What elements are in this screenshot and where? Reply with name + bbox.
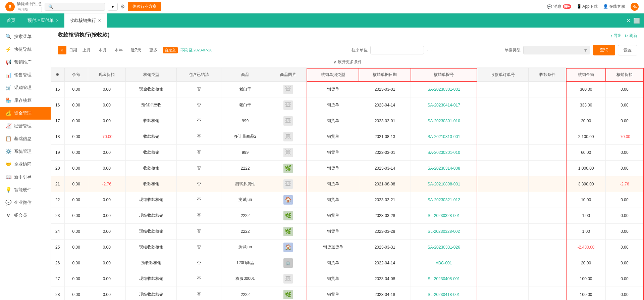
row-goods: 2222	[221, 160, 269, 176]
brand: 6 畅捷通·好生意 标准版	[5, 1, 42, 12]
close-icon-active[interactable]: ✕	[98, 18, 101, 23]
sidebar-item-system[interactable]: ⚙️ 系统管理	[0, 145, 51, 158]
export-button[interactable]: ↑ 导出	[610, 33, 622, 39]
this-month-btn[interactable]: 本月	[96, 46, 109, 54]
sidebar-item-purchase[interactable]: 🛒 采购管理	[0, 81, 51, 94]
refresh-button[interactable]: ↻ 刷新	[625, 33, 637, 39]
row-goods-image: 🌿	[269, 208, 307, 223]
sidebar-item-guide[interactable]: 📖 新手引导	[0, 171, 51, 183]
row-receipt-condition	[529, 208, 567, 223]
data-table-container: ⚙ 余额 现金折扣 核销类型 包含已结清 商品 商品图片 核销单据类型 核销单据…	[51, 68, 644, 300]
row-cancel-doc-no[interactable]: SA-20230321-012	[411, 192, 477, 208]
table-row: 18 0.00 -70.00 收款核销 否 多计量商品2 🖼 销货单 2021-…	[51, 129, 644, 144]
row-receipt-order	[477, 97, 529, 113]
row-cancel-doc-no[interactable]: SA-20210808-001	[411, 176, 477, 192]
expand-filter-button[interactable]: »	[58, 46, 66, 54]
row-receipt-order	[477, 192, 529, 208]
sidebar-item-enterprise[interactable]: 🤝 企业协同	[0, 158, 51, 171]
row-receipt-condition	[529, 160, 567, 176]
row-cancel-type: 收款核销	[125, 176, 177, 192]
row-goods: 测试jun	[221, 239, 269, 255]
expand-more-btn[interactable]: ∨ 展开更多条件	[58, 57, 637, 67]
online-service[interactable]: 👤 在线客服	[603, 4, 625, 9]
sidebar-item-quicknav[interactable]: ⚡ 快捷导航	[0, 43, 51, 56]
row-receipt-order	[477, 113, 529, 129]
this-year-btn[interactable]: 本年	[112, 46, 125, 54]
solution-button[interactable]: 体验行业方案	[128, 2, 161, 11]
sidebar-item-finance[interactable]: 💰 资金管理	[0, 107, 51, 120]
row-cancel-doc-date: 2023-04-08	[359, 271, 411, 287]
operations-icon: 📈	[5, 123, 11, 129]
row-no: 18	[51, 129, 64, 144]
row-cancel-doc-no[interactable]: SL-20230328-001	[411, 208, 477, 223]
sidebar-item-inventory[interactable]: 🏪 库存核算	[0, 94, 51, 107]
brand-name: 畅捷通·好生意	[17, 1, 42, 7]
row-receipt-condition	[529, 271, 567, 287]
hardware-icon: 💡	[5, 187, 11, 193]
row-no: 23	[51, 208, 64, 223]
last-7days-btn[interactable]: 近7天	[128, 46, 144, 54]
avatar[interactable]: Rit	[631, 3, 639, 11]
row-cash-discount: 0.00	[88, 208, 125, 223]
row-cancel-amount: 3,390.00	[566, 176, 605, 192]
row-cancel-doc-no[interactable]: SA-20230414-017	[411, 97, 477, 113]
row-no: 15	[51, 81, 64, 97]
dropdown-button[interactable]: ▼	[108, 3, 118, 11]
row-include-settled: 否	[177, 208, 221, 223]
more-date-btn[interactable]: 更多	[147, 46, 160, 54]
sidebar-item-operations[interactable]: 📈 经营管理	[0, 120, 51, 132]
row-no: 19	[51, 144, 64, 160]
row-receipt-condition	[529, 144, 567, 160]
row-cash-discount: 0.00	[88, 113, 125, 129]
nav-home[interactable]: 首页	[0, 13, 22, 28]
member-icon: V	[5, 212, 11, 218]
row-cancel-doc-no[interactable]: SA-20210813-001	[411, 129, 477, 144]
row-cancel-doc-no[interactable]: SA-20230314-008	[411, 160, 477, 176]
row-no: 21	[51, 176, 64, 192]
counterpart-input[interactable]	[370, 46, 424, 54]
row-receipt-condition	[529, 97, 567, 113]
tab-prepayment[interactable]: 预付冲应付单 ✕	[22, 13, 64, 28]
col-gear[interactable]: ⚙	[51, 68, 64, 81]
settings-button[interactable]: 设置	[618, 45, 637, 55]
tab-receipt-cancel[interactable]: 收款核销执行 ✕	[64, 13, 107, 28]
export-icon: ↑	[610, 34, 612, 38]
row-include-settled: 否	[177, 144, 221, 160]
row-balance: 0.00	[64, 192, 88, 208]
row-cancel-doc-no[interactable]: SL-20230408-001	[411, 271, 477, 287]
doc-type-select[interactable]	[523, 46, 590, 54]
sidebar-item-basic-info[interactable]: 📋 基础信息	[0, 132, 51, 145]
sidebar-item-hardware[interactable]: 💡 智能硬件	[0, 183, 51, 196]
row-cancel-doc-no[interactable]: SA-20230331-026	[411, 239, 477, 255]
row-cancel-doc-no[interactable]: SL-20230328-002	[411, 223, 477, 239]
col-goods: 商品	[221, 68, 269, 81]
row-cancel-doc-no[interactable]: ABC-001	[411, 255, 477, 271]
sidebar-item-sales[interactable]: 📊 销售管理	[0, 69, 51, 81]
app-download[interactable]: 📱 App下载	[577, 4, 598, 9]
col-goods-image: 商品图片	[269, 68, 307, 81]
row-cancel-doc-no[interactable]: SA-20230301-001	[411, 81, 477, 97]
custom-date-btn[interactable]: 自定义	[163, 47, 178, 53]
sidebar-item-label: 企业微信	[14, 200, 32, 206]
sidebar-item-member[interactable]: V 畅会员	[0, 209, 51, 222]
query-button[interactable]: 查询	[593, 45, 615, 55]
nav-controls: ✕ ⬜	[626, 17, 644, 24]
row-cancel-type: 现结收款核销	[125, 223, 177, 239]
row-receipt-order	[477, 239, 529, 255]
gear-settings-button[interactable]: ⚙	[120, 3, 125, 10]
sidebar-item-wechat[interactable]: 💬 企业微信	[0, 196, 51, 209]
row-cancel-type: 收款核销	[125, 144, 177, 160]
notification-area[interactable]: 💬 消息 99+	[547, 4, 571, 9]
sidebar-item-search[interactable]: 🔍 搜索菜单	[0, 30, 51, 43]
row-cancel-doc-no[interactable]: SA-20230301-010	[411, 144, 477, 160]
sidebar-item-marketing[interactable]: 📢 营销推广	[0, 56, 51, 69]
arrow-right-icon: »	[61, 47, 63, 53]
close-window-button[interactable]: ✕	[626, 17, 631, 24]
maximize-button[interactable]: ⬜	[633, 17, 640, 24]
row-cancel-doc-no[interactable]: SA-20230301-010	[411, 113, 477, 129]
row-cancel-doc-no[interactable]: SL-20230418-001	[411, 287, 477, 300]
last-month-btn[interactable]: 上月	[80, 46, 93, 54]
close-icon[interactable]: ✕	[56, 18, 59, 23]
row-goods-image: 🖼	[269, 113, 307, 129]
row-receipt-order	[477, 271, 529, 287]
